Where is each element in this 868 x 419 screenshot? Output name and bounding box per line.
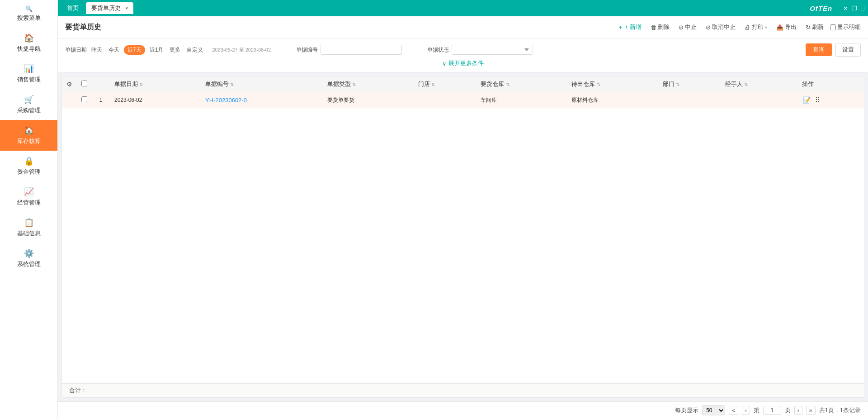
last7-shortcut[interactable]: 近7天 [124,45,145,55]
sidebar-label-shortcut: 快捷导航 [17,45,41,53]
sidebar-label-purchase: 采购管理 [17,106,41,114]
row-docno-cell[interactable]: YH-20230602-0 [201,92,323,108]
sort-store-icon: ⇅ [431,82,435,87]
custom-shortcut[interactable]: 自定义 [185,45,205,55]
sidebar-item-operation[interactable]: 📈 经营管理 [0,181,57,212]
cancel-stop-icon: ⊘ [706,24,711,31]
filter-status: 单据状态 [427,45,533,55]
display-detail-toggle[interactable]: 显示明细 [830,23,861,31]
table-area: ⚙ 单据日期 ⇅ 单据编号 [61,76,864,398]
tab-active[interactable]: 要货单历史 × [86,2,133,14]
window-restore-icon[interactable]: ❐ [852,5,857,12]
filter-status-select[interactable] [452,45,533,55]
gear-icon: ⚙️ [24,248,34,258]
col-pending-warehouse[interactable]: 待出仓库 ⇅ [567,76,658,92]
delete-button[interactable]: 🗑 删除 [648,22,672,33]
last-month-shortcut[interactable]: 近1月 [148,45,165,55]
filter-date: 单据日期 昨天 今天 近7天 近1月 更多 自定义 [65,45,205,55]
row-pending-warehouse-cell: 原材料仓库 [567,92,658,108]
date-shortcuts: 昨天 今天 近7天 近1月 更多 自定义 [90,45,205,55]
expand-more-btn[interactable]: ∨ 展开更多条件 [65,59,861,67]
table-settings-icon[interactable]: ⚙ [66,81,72,88]
filter-row-1: 单据日期 昨天 今天 近7天 近1月 更多 自定义 2023-05-27 至 2… [65,43,861,57]
search-button[interactable]: 查询 [806,43,832,56]
sidebar-item-system[interactable]: ⚙️ 系统管理 [0,243,57,274]
prev-page-btn[interactable]: ‹ [742,406,750,415]
export-button[interactable]: 📤 导出 [774,22,799,33]
last-page-btn[interactable]: » [806,406,816,415]
total-label: 合计： [69,387,87,394]
sidebar-item-finance[interactable]: 🔒 资金管理 [0,151,57,181]
print-button[interactable]: 🖨 打印 ▾ [742,22,770,33]
per-page-select[interactable]: 2050100200 [702,405,725,415]
page-next-label: 页 [785,406,791,414]
col-handler-label: 经手人 [725,81,743,87]
window-close-icon[interactable]: ✕ [843,5,848,12]
filter-area: 单据日期 昨天 今天 近7天 近1月 更多 自定义 2023-05-27 至 2… [58,38,868,72]
tab-home[interactable]: 首页 [61,2,84,14]
sort-pending-icon: ⇅ [597,82,600,87]
sidebar-item-basic[interactable]: 📋 基础信息 [0,212,57,243]
main-area: 首页 要货单历史 × OfTEn ✕ ❐ □ 要货单历史 ＋ + 新增 🗑 [58,0,868,419]
table-header-row: ⚙ 单据日期 ⇅ 单据编号 [62,76,864,92]
doc-link[interactable]: YH-20230602-0 [205,97,247,104]
tab-active-label: 要货单历史 [91,4,121,12]
doc-icon: 📋 [24,218,34,228]
row-checkbox[interactable] [81,96,87,102]
col-date[interactable]: 单据日期 ⇅ [110,76,201,92]
delete-label: 删除 [658,23,670,31]
settings-button[interactable]: 设置 [835,43,861,57]
sidebar-item-inventory[interactable]: 🏠 库存核算 [0,120,57,151]
col-req-warehouse-label: 要货仓库 [481,81,504,87]
sidebar-search[interactable]: 🔍 搜索菜单 [0,0,57,28]
page-title: 要货单历史 [65,23,101,32]
col-department[interactable]: 部门 ⇅ [658,76,721,92]
sidebar-item-shortcut[interactable]: 🏠 快捷导航 [0,28,57,58]
yesterday-shortcut[interactable]: 昨天 [90,45,104,55]
per-page-label: 每页显示 [675,406,698,414]
page-header: 要货单历史 ＋ + 新增 🗑 删除 ⊘ 中止 ⊘ 取消中止 [58,16,868,38]
refresh-button[interactable]: ↻ 刷新 [803,22,826,33]
today-shortcut[interactable]: 今天 [107,45,121,55]
filter-date-label: 单据日期 [65,46,87,54]
sort-doctype-icon: ⇅ [352,82,356,87]
row-more-icon[interactable]: ⠿ [814,95,821,105]
col-dept-label: 部门 [663,81,675,87]
sidebar-label-inventory: 库存核算 [17,137,41,145]
page-number-input[interactable] [763,406,781,415]
cancel-stop-label: 取消中止 [712,23,736,31]
first-page-btn[interactable]: « [729,406,738,415]
more-shortcut[interactable]: 更多 [168,45,182,55]
row-edit-icon[interactable]: 📝 [802,95,811,105]
col-handler[interactable]: 经手人 ⇅ [721,76,797,92]
cancel-stop-button[interactable]: ⊘ 取消中止 [703,22,738,33]
sidebar-label-system: 系统管理 [17,260,41,268]
sort-handler-icon: ⇅ [744,82,748,87]
col-operations-label: 操作 [802,81,814,87]
stop-icon: ⊘ [679,24,684,31]
stop-button[interactable]: ⊘ 中止 [676,22,699,33]
col-pending-warehouse-label: 待出仓库 [571,81,595,87]
col-docno[interactable]: 单据编号 ⇅ [201,76,323,92]
page-label: 第 [754,406,760,414]
col-req-warehouse[interactable]: 要货仓库 ⇅ [476,76,567,92]
print-label: 打印 [752,23,764,31]
filter-docno-input[interactable] [321,45,402,55]
new-button[interactable]: ＋ + 新增 [615,22,644,33]
print-dropdown-icon: ▾ [765,25,767,30]
total-info: 共1页，1条记录 [819,406,861,414]
new-icon: ＋ [618,23,623,31]
tab-close-icon[interactable]: × [125,5,128,11]
col-doctype[interactable]: 单据类型 ⇅ [323,76,414,92]
display-detail-checkbox[interactable] [830,24,836,30]
row-checkbox-cell [77,92,92,108]
col-store[interactable]: 门店 ⇅ [414,76,476,92]
pagination-bar: 每页显示 2050100200 « ‹ 第 页 › » 共1页，1条记录 [58,401,868,419]
sidebar-item-purchase[interactable]: 🛒 采购管理 [0,89,57,120]
sidebar-item-sales[interactable]: 📊 销售管理 [0,58,57,89]
window-maximize-icon[interactable]: □ [861,5,864,12]
export-label: 导出 [785,23,797,31]
table-body: 1 2023-06-02 YH-20230602-0 要货单要货 车间库 原材料… [62,92,864,108]
select-all-checkbox[interactable] [81,81,87,86]
next-page-btn[interactable]: › [794,406,802,415]
